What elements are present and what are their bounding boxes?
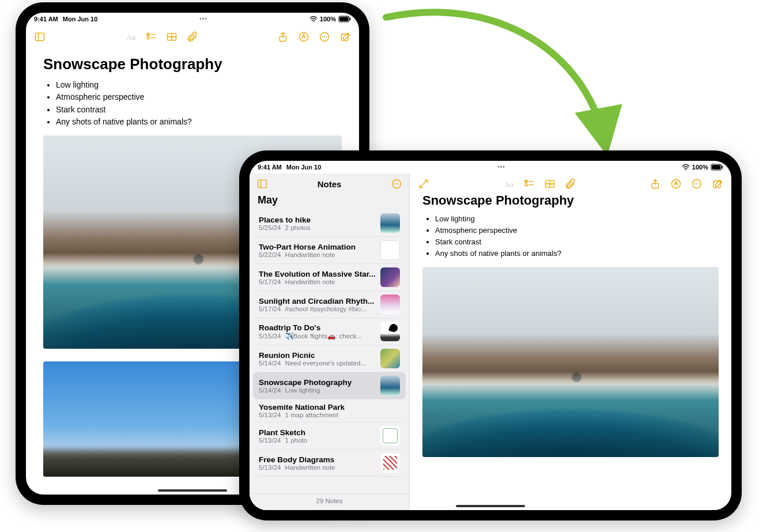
checklist-icon[interactable] [521, 176, 537, 192]
svg-point-29 [396, 183, 397, 184]
svg-rect-24 [722, 165, 723, 168]
note-detail: Aa [410, 173, 731, 510]
note-item-subtitle: 5/14/24 Need everyone's updated... [259, 360, 376, 367]
note-item-thumbnail [380, 295, 400, 314]
notes-list[interactable]: Places to hike5/25/24 2 photosTwo-Part H… [250, 210, 409, 493]
note-item-thumbnail [380, 349, 400, 368]
status-bar: 9:41 AM Mon Jun 10 ••• 100% [26, 13, 359, 25]
multitask-dots[interactable]: ••• [321, 164, 682, 170]
status-date: Mon Jun 10 [63, 16, 98, 22]
expand-icon[interactable] [416, 176, 432, 192]
note-list-item[interactable]: Two-Part Horse Animation5/22/24 Handwrit… [253, 237, 406, 264]
note-item-thumbnail [380, 267, 400, 287]
bullet-item: Low lighting [56, 79, 342, 90]
svg-point-44 [698, 183, 699, 184]
bullet-item: Stark contrast [435, 237, 719, 248]
note-toolbar: Aa [410, 173, 731, 193]
compose-icon[interactable] [337, 29, 353, 45]
note-list-item[interactable]: Plant Sketch5/13/24 1 photo [253, 422, 406, 450]
status-time: 9:41 AM [34, 16, 58, 22]
note-list-item[interactable]: Yosemite National Park5/13/24 1 map atta… [253, 399, 406, 422]
home-indicator[interactable] [456, 505, 525, 507]
svg-point-30 [398, 183, 399, 184]
sidebar-toggle-icon[interactable] [254, 176, 270, 192]
attachment-icon[interactable] [184, 29, 201, 45]
share-icon[interactable] [647, 176, 663, 192]
wifi-icon [309, 16, 318, 22]
note-list-item[interactable]: Sunlight and Circadian Rhyth...5/17/24 #… [253, 291, 406, 318]
home-indicator[interactable] [158, 489, 227, 492]
note-item-subtitle: 5/17/24 #school #psychology #bio... [259, 305, 376, 312]
svg-point-9 [147, 37, 149, 39]
note-item-title: Sunlight and Circadian Rhyth... [259, 297, 376, 305]
note-list-item[interactable]: Reunion Picnic5/14/24 Need everyone's up… [253, 345, 406, 372]
battery-pct: 100% [320, 16, 336, 22]
battery-icon [711, 164, 723, 171]
svg-point-0 [313, 21, 314, 22]
battery-pct: 100% [692, 164, 708, 171]
bullet-item: Any shots of native plants or animals? [435, 248, 719, 259]
sidebar-toggle-icon[interactable] [32, 29, 48, 45]
notes-sidebar: Notes May Places to hike5/25/24 2 photos… [250, 173, 410, 510]
wifi-icon [682, 164, 690, 171]
ipad-landscape: 9:41 AM Mon Jun 10 ••• 100% [239, 150, 742, 520]
note-item-thumbnail [380, 453, 400, 473]
note-item-thumbnail [380, 240, 400, 260]
text-format-icon[interactable]: Aa [122, 29, 138, 45]
bullet-item: Stark contrast [56, 104, 342, 115]
note-list-item[interactable]: The Evolution of Massive Star...5/17/24 … [253, 264, 406, 291]
bullet-item: Any shots of native plants or animals? [56, 116, 342, 127]
note-bullets: Low lighting Atmospheric perspective Sta… [422, 214, 719, 259]
svg-rect-2 [339, 17, 348, 21]
note-list-item[interactable]: Places to hike5/25/24 2 photos [253, 210, 406, 237]
note-item-title: Snowscape Photography [259, 378, 376, 387]
svg-rect-23 [712, 165, 720, 169]
compose-icon[interactable] [709, 176, 726, 192]
checklist-icon[interactable] [143, 29, 159, 45]
note-content[interactable]: Snowscape Photography Low lighting Atmos… [410, 193, 731, 510]
table-icon[interactable] [542, 176, 558, 192]
note-item-thumbnail [380, 376, 400, 395]
bullet-item: Atmospheric perspective [56, 91, 342, 103]
note-photo-snowscape[interactable] [422, 267, 719, 457]
svg-point-42 [694, 183, 696, 184]
table-icon[interactable] [164, 29, 180, 45]
note-list-item[interactable]: Snowscape Photography5/14/24 Low lightin… [253, 372, 406, 399]
attachment-icon[interactable] [562, 176, 579, 192]
note-item-title: Places to hike [259, 216, 376, 224]
markup-icon[interactable] [668, 176, 684, 192]
text-format-icon[interactable]: Aa [500, 176, 516, 192]
note-item-subtitle: 5/22/24 Handwritten note [259, 251, 376, 258]
status-time: 9:41 AM [258, 164, 282, 171]
note-item-subtitle: 5/25/24 2 photos [259, 224, 376, 231]
note-item-thumbnail [380, 322, 400, 341]
note-item-title: Two-Part Horse Animation [259, 243, 376, 251]
more-icon[interactable] [316, 29, 333, 45]
note-item-title: Reunion Picnic [259, 351, 376, 360]
note-bullets: Low lighting Atmospheric perspective Sta… [43, 79, 342, 127]
note-title: Snowscape Photography [43, 55, 342, 73]
more-icon[interactable] [388, 176, 405, 192]
battery-icon [338, 16, 351, 22]
share-icon[interactable] [275, 29, 291, 45]
svg-point-19 [326, 36, 327, 37]
svg-point-21 [685, 169, 686, 171]
sidebar-title: Notes [270, 179, 388, 189]
note-list-item[interactable]: Free Body Diagrams5/13/24 Handwritten no… [253, 450, 406, 477]
markup-icon[interactable] [296, 29, 312, 45]
more-icon[interactable] [689, 176, 705, 192]
note-item-title: The Evolution of Massive Star... [259, 270, 376, 278]
note-item-subtitle: 5/14/24 Low lighting [259, 387, 376, 394]
svg-text:Aa: Aa [126, 33, 135, 41]
note-item-thumbnail [380, 426, 400, 446]
svg-point-18 [324, 36, 325, 37]
note-item-subtitle: 5/15/24 ✈️Book flights🚗: check... [259, 332, 376, 340]
status-date: Mon Jun 10 [286, 164, 322, 171]
multitask-dots[interactable]: ••• [97, 16, 309, 22]
note-item-title: Roadtrip To Do's [259, 323, 376, 332]
rotation-arrow [346, 0, 645, 173]
note-list-item[interactable]: Roadtrip To Do's5/15/24 ✈️Book flights🚗:… [253, 318, 406, 345]
svg-point-43 [696, 183, 697, 184]
svg-text:Aa: Aa [504, 180, 513, 188]
note-toolbar: Aa [26, 25, 359, 48]
